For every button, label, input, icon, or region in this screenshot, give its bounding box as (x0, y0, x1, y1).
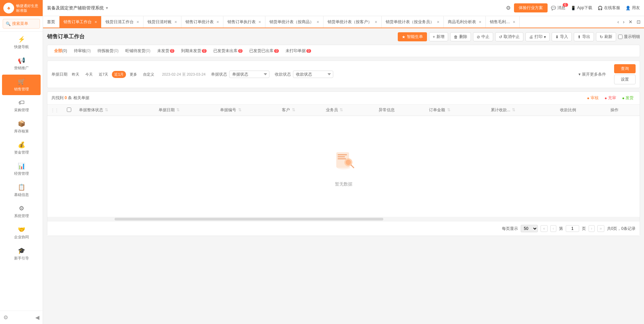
date-btn-more[interactable]: 更多 (127, 71, 139, 78)
sub-tab-pending-approve[interactable]: 待审核(0) (71, 47, 94, 55)
set-btn[interactable]: 设置 (614, 75, 636, 84)
query-btn[interactable]: 查询 (614, 64, 636, 73)
tab-close-all-btn[interactable]: ✕ (627, 18, 634, 25)
th-amount[interactable]: 订单金额 ⇅ (426, 105, 487, 116)
message-btn[interactable]: 💬 消息 6 (551, 5, 565, 11)
tab-cash-clearing[interactable]: 钱货日清工作台 ✕ (101, 16, 143, 28)
reject-btn[interactable]: ● 充审 (603, 94, 618, 102)
sub-tab-expired-unship[interactable]: 到期未发货0 (178, 47, 210, 55)
date-btn-1month[interactable]: 近1月 (112, 71, 126, 78)
trial-btn[interactable]: 体验行业方案 (514, 3, 548, 12)
cancel-stop-btn[interactable]: ↺ 取消中止 (495, 32, 523, 41)
sub-tab-shipped-not-out[interactable]: 已发货未出库0 (210, 47, 246, 55)
tab-scroll-left-btn[interactable]: ‹ (616, 18, 620, 25)
tab-customer-stat[interactable]: 销货单统计表（按客户） ✕ (324, 16, 382, 28)
stop-btn[interactable]: ⊘ 中止 (473, 32, 493, 41)
system-dropdown-icon[interactable]: ▾ (106, 5, 108, 10)
new-btn[interactable]: + 新增 (429, 32, 448, 41)
sub-tab-shipped-out[interactable]: 已发货已出库0 (246, 47, 282, 55)
page-number-input[interactable] (566, 225, 579, 232)
next-page-btn[interactable]: › (589, 225, 595, 232)
ship-btn[interactable]: ● 发货 (620, 94, 636, 102)
select-all-checkbox[interactable] (67, 108, 71, 112)
first-page-btn[interactable]: « (541, 225, 548, 232)
tab-sales-profit[interactable]: 销售毛利… ✕ (486, 16, 520, 28)
sidebar-item-quick-nav[interactable]: ⚡ 快捷导航 (2, 32, 41, 53)
tab-staff-stat[interactable]: 销货单统计表（按业务员） ✕ (382, 16, 444, 28)
th-salesperson[interactable]: 业务员 ⇅ (323, 105, 375, 116)
status-select[interactable]: 单据状态 (229, 71, 269, 78)
tab-home[interactable]: 首页 (43, 16, 59, 28)
show-detail-checkbox-label[interactable]: 显示明细 (618, 34, 640, 40)
refresh-btn[interactable]: ↻ 刷新 (596, 32, 616, 41)
date-btn-today[interactable]: 今天 (83, 71, 95, 78)
page-size-select[interactable]: 50 10 20 100 (521, 225, 538, 232)
online-service-btn[interactable]: 🎧 在线客服 (598, 5, 620, 11)
sidebar-item-purchase[interactable]: 🏷 采购管理 (2, 96, 41, 116)
sidebar-item-finance[interactable]: 💰 资金管理 (2, 138, 41, 158)
tab-close-goods-stat[interactable]: ✕ (316, 20, 319, 24)
tab-close-cash-clearing[interactable]: ✕ (136, 20, 139, 24)
app-download-btn[interactable]: 📱 App下载 (571, 5, 592, 11)
tab-sales-exec[interactable]: 销售订单执行表 ✕ (223, 16, 265, 28)
tab-sales-workbench[interactable]: 销售订单工作台 ✕ (59, 16, 101, 28)
tab-close-sales-profit[interactable]: ✕ (513, 20, 515, 24)
user-btn[interactable]: 👤 用友 (626, 5, 640, 11)
tab-close-sales-stat[interactable]: ✕ (216, 20, 219, 24)
th-checkbox[interactable] (62, 105, 76, 116)
ai-generate-btn[interactable]: ★ 智能生单 (398, 32, 427, 41)
show-detail-checkbox[interactable] (618, 35, 622, 39)
export-btn[interactable]: ⬆ 导出 (574, 32, 594, 41)
approve-btn[interactable]: ● 审核 (585, 94, 600, 102)
th-number[interactable]: 单据编号 ⇅ (217, 105, 278, 116)
sidebar-item-basic[interactable]: 📋 基础信息 (2, 180, 41, 201)
date-btn-custom[interactable]: 自定义 (141, 71, 157, 78)
tab-close-profit-stat[interactable]: ✕ (479, 20, 481, 24)
tab-maximize-btn[interactable]: ⊡ (635, 18, 642, 25)
sidebar-item-inventory[interactable]: 📦 库存核算 (2, 117, 41, 137)
prev-page-btn[interactable]: ‹ (550, 225, 556, 232)
sub-tab-all[interactable]: 全部(0) (51, 47, 71, 55)
collection-select[interactable]: 收款状态 (293, 71, 333, 78)
sidebar-item-guide[interactable]: 🎓 新手引导 (2, 244, 41, 264)
sidebar-collapse-button[interactable]: ◀ (35, 314, 39, 321)
horizontal-scrollbar[interactable] (47, 217, 640, 221)
th-collected[interactable]: 累计收款... ⇅ (487, 105, 557, 116)
page-header: 销售订单工作台 ★ 智能生单 + 新增 🗑 删除 ⊘ (47, 32, 640, 41)
tab-close-sales-workbench[interactable]: ✕ (94, 20, 97, 24)
tab-close-customer-stat[interactable]: ✕ (375, 20, 377, 24)
tab-close-sales-exec[interactable]: ✕ (258, 20, 261, 24)
print-btn[interactable]: 🖨 打印 ▾ (525, 32, 550, 41)
sidebar-item-operation[interactable]: 📊 经营管理 (2, 159, 41, 179)
th-date[interactable]: 单据日期 ⇅ (155, 105, 217, 116)
th-customer[interactable]: 客户 ⇅ (278, 105, 323, 116)
sidebar-item-system[interactable]: ⚙ 系统管理 (2, 201, 41, 222)
sub-tab-pending-inspect[interactable]: 待拣验货(0) (94, 47, 122, 55)
tab-scroll-right-btn[interactable]: › (621, 18, 626, 25)
import-btn[interactable]: ⬇ 导入 (552, 32, 572, 41)
tab-close-cash-reconcile[interactable]: ✕ (174, 20, 177, 24)
sidebar-item-sales[interactable]: 🛒 销售管理 (2, 75, 41, 95)
unshipped-badge: 0 (170, 49, 175, 53)
tab-sales-stat[interactable]: 销售订单统计表 ✕ (181, 16, 223, 28)
scrollbar-thumb[interactable] (115, 218, 383, 220)
sub-tab-unshipped[interactable]: 未发货0 (154, 47, 178, 55)
th-status[interactable]: 单据整体状态 ⇅ (76, 105, 155, 116)
header-gear-icon[interactable]: ⚙ (506, 5, 511, 11)
delete-btn[interactable]: 🗑 删除 (450, 32, 471, 41)
sidebar-settings-button[interactable]: ⚙ (3, 314, 8, 321)
last-page-btn[interactable]: » (597, 225, 604, 232)
tab-cash-reconcile[interactable]: 钱货日清对账 ✕ (143, 16, 181, 28)
tab-profit-stat[interactable]: 商品毛利分析表 ✕ (444, 16, 486, 28)
sub-tab-unprinted[interactable]: 未打印单据0 (282, 47, 314, 55)
tab-close-staff-stat[interactable]: ✕ (437, 20, 439, 24)
date-btn-7days[interactable]: 近7天 (96, 71, 111, 78)
sub-tab-wangpu-ship[interactable]: 旺铺待发货(0) (122, 47, 154, 55)
date-btn-yesterday[interactable]: 昨天 (70, 71, 82, 78)
print-icon: 🖨 (529, 35, 533, 39)
sidebar-item-marketing[interactable]: 📢 营销推广 (2, 53, 41, 74)
sidebar-item-enterprise[interactable]: 🤝 企业协同 (2, 222, 41, 243)
tab-goods-stat[interactable]: 销货单统计表（按商品） ✕ (265, 16, 324, 28)
search-menu-button[interactable]: 🔍 搜索菜单 (3, 19, 40, 29)
expand-filter-btn[interactable]: ▾ 展开更多条件 (578, 72, 606, 77)
